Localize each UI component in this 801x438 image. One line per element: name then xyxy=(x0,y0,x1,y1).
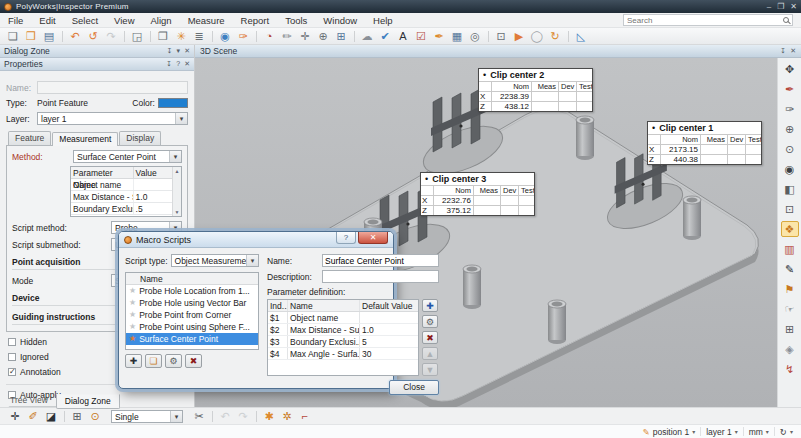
help-icon[interactable]: ? xyxy=(176,60,180,68)
zoom-dynamic-button[interactable]: ⊙ xyxy=(781,141,799,157)
description-field[interactable] xyxy=(322,270,439,283)
robot-arm-button[interactable]: ⌐ xyxy=(296,409,314,424)
dialog-close-icon[interactable]: ✕ xyxy=(358,232,388,244)
refresh-button[interactable]: ↻ ▾ xyxy=(780,427,793,437)
dialog-title-bar[interactable]: Macro Scripts ? ✕ xyxy=(119,232,393,248)
point-cloud-button[interactable]: ☁ xyxy=(358,29,376,44)
delete-parameter-button[interactable]: ✖ xyxy=(422,331,438,344)
pin-icon[interactable]: ↧ xyxy=(780,47,786,55)
import-button[interactable]: ❐ xyxy=(154,29,172,44)
camera-button[interactable]: ◎ xyxy=(466,29,484,44)
stamp-tool-button[interactable]: ✑ xyxy=(781,101,799,117)
maximize-button[interactable]: ❐ xyxy=(777,3,784,11)
layer-dropdown[interactable]: layer 1 xyxy=(37,112,188,125)
checkbox[interactable] xyxy=(8,338,16,346)
probe-button[interactable]: ✑ xyxy=(234,29,252,44)
checkbox[interactable] xyxy=(8,353,16,361)
pick-hand-button[interactable]: ☞ xyxy=(781,301,799,317)
pin-icon[interactable]: ↧ xyxy=(167,47,173,55)
gauge-button[interactable]: ◔ xyxy=(260,29,278,44)
sequence-button[interactable]: ◪ xyxy=(42,409,60,424)
play-macro-button[interactable]: ▶ xyxy=(510,29,528,44)
probe-mode-button[interactable]: ✛ xyxy=(6,409,24,424)
menu-item[interactable]: Measure xyxy=(180,15,233,26)
chart-button[interactable]: ◺ xyxy=(572,29,590,44)
image-view-button[interactable]: ⊞ xyxy=(68,409,86,424)
zoom-in-button[interactable]: ⊕ xyxy=(781,121,799,137)
menu-item[interactable]: Report xyxy=(233,15,278,26)
script-probe-point-corner[interactable]: Probe Point from Corner xyxy=(126,309,258,321)
add-parameter-button[interactable]: ✚ xyxy=(422,299,438,312)
tab-feature[interactable]: Feature xyxy=(8,131,51,145)
Boundary Exclusi...[interactable]: Boundary Exclusi....5 xyxy=(71,203,172,215)
menu-item[interactable]: Select xyxy=(64,15,106,26)
delete-script-button[interactable]: ✖ xyxy=(185,354,202,368)
object-display-button[interactable]: ◧ xyxy=(781,181,799,197)
flag-button[interactable]: ⚑ xyxy=(781,281,799,297)
table-view-button[interactable]: ▦ xyxy=(448,29,466,44)
method-dropdown[interactable]: Surface Center Point xyxy=(73,150,182,163)
tab-measurement[interactable]: Measurement xyxy=(52,132,118,146)
tab-display[interactable]: Display xyxy=(119,131,161,145)
markup-pen-button[interactable]: ✎ xyxy=(781,261,799,277)
color-swatch[interactable] xyxy=(158,98,188,108)
parameter-row[interactable]: $3Boundary Exclusi...5 xyxy=(268,336,418,348)
menu-item[interactable]: File xyxy=(0,15,31,26)
hose-tool-button[interactable]: ↯ xyxy=(781,361,799,377)
targets-button[interactable]: ✱ xyxy=(260,409,278,424)
menu-item[interactable]: Window xyxy=(315,15,365,26)
close-icon[interactable]: ✕ xyxy=(790,47,796,55)
parameter-row[interactable]: $2Max Distance - Su...1.0 xyxy=(268,324,418,336)
color-map-button[interactable]: ◉ xyxy=(216,29,234,44)
close-icon[interactable]: ✕ xyxy=(184,60,190,68)
Object name[interactable]: Object name xyxy=(71,179,172,191)
parameter-row[interactable]: $4Max Angle - Surfa...30 xyxy=(268,348,418,360)
tab-dialog-zone[interactable]: Dialog Zone xyxy=(56,394,120,409)
annotations-toggle-button[interactable]: ❖ xyxy=(781,221,799,237)
menu-item[interactable]: Tools xyxy=(277,15,315,26)
report-window-button[interactable]: ⊡ xyxy=(492,29,510,44)
search-input[interactable] xyxy=(627,16,783,25)
Max Distance - S...[interactable]: Max Distance - S...1.0 xyxy=(71,191,172,203)
run-update-button[interactable]: ↻ xyxy=(546,29,564,44)
menu-item[interactable]: Edit xyxy=(31,15,63,26)
dialog-close-button[interactable]: Close xyxy=(389,380,439,395)
record-macro-button[interactable]: ◯ xyxy=(528,29,546,44)
chevron-down-icon[interactable]: ▾ xyxy=(177,47,181,55)
anchor-point-button[interactable]: ✛ xyxy=(296,29,314,44)
menu-item[interactable]: View xyxy=(106,15,142,26)
projection-button[interactable]: ⊡ xyxy=(781,201,799,217)
insert-table-button[interactable]: ⊞ xyxy=(332,29,350,44)
edit-script-button[interactable]: ⚙ xyxy=(165,354,182,368)
probe-pen-button[interactable]: ✒ xyxy=(430,29,448,44)
edit-parameter-button[interactable]: ⚙ xyxy=(422,315,438,328)
digital-readout-button[interactable]: ≣ xyxy=(190,29,208,44)
annotation-clip-center-1[interactable]: •Clip center 1NomMeasDevTestX2173.15Z440… xyxy=(647,121,762,165)
constellation-button[interactable]: ✲ xyxy=(278,409,296,424)
probing-mode-dropdown[interactable]: Single xyxy=(111,410,183,423)
minimize-button[interactable]: – xyxy=(767,3,771,11)
pan-zoom-tools-button[interactable]: ✥ xyxy=(781,61,799,77)
script-probe-point-sphere[interactable]: Probe Point using Sphere F... xyxy=(126,321,258,333)
checkbox[interactable] xyxy=(8,368,16,376)
menu-item[interactable]: Help xyxy=(365,15,401,26)
undo-list-button[interactable]: ↺ xyxy=(84,29,102,44)
script-surface-center-point[interactable]: Surface Center Point xyxy=(126,333,258,345)
search-icon[interactable] xyxy=(783,17,789,23)
menu-item[interactable]: Align xyxy=(143,15,180,26)
open-project-button[interactable]: ❒ xyxy=(22,29,40,44)
add-script-button[interactable]: ✚ xyxy=(125,354,142,368)
layer-selector[interactable]: layer 1▾ xyxy=(706,427,738,437)
visibility-button[interactable]: ◉ xyxy=(781,161,799,177)
close-button[interactable]: ✕ xyxy=(790,3,797,11)
text-label-button[interactable]: A xyxy=(394,29,412,44)
script-probe-hole-vector-bar[interactable]: Probe Hole using Vector Bar xyxy=(126,297,258,309)
fit-measure-button[interactable]: ✔ xyxy=(376,29,394,44)
projector-button[interactable]: ⊙ xyxy=(86,409,104,424)
brush-select-button[interactable]: ✏ xyxy=(278,29,296,44)
position-selector[interactable]: ✎ position 1▾ xyxy=(643,427,696,437)
window-layout-button[interactable]: ⊞ xyxy=(781,321,799,337)
color-scale-button[interactable]: ▥ xyxy=(781,241,799,257)
script-type-dropdown[interactable]: Object Measuremen xyxy=(171,254,259,267)
script-name-field[interactable] xyxy=(322,254,439,267)
